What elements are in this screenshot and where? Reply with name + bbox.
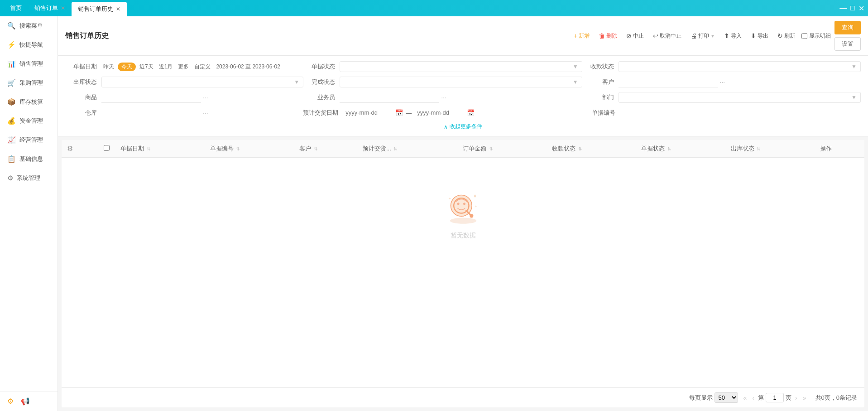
- last-page-btn[interactable]: »: [801, 393, 808, 402]
- out-status-select[interactable]: ▼: [101, 77, 303, 87]
- sidebar-item-search-menu[interactable]: 🔍 搜索菜单: [0, 16, 58, 35]
- display-toggle-checkbox[interactable]: [801, 33, 807, 39]
- tab-sales-order-history-close[interactable]: ✕: [116, 6, 120, 12]
- svg-point-0: [450, 218, 476, 224]
- sidebar-speaker-icon[interactable]: 📢: [21, 397, 30, 406]
- sort-doc-status-icon: ⇅: [667, 146, 671, 151]
- filter-area: 单据日期 昨天 今天 近7天 近1月 更多 自定义 2023-06-02 至 2…: [58, 56, 868, 136]
- table-area: ⚙ 单据日期 ⇅ 单据编号 ⇅ 客户: [62, 140, 864, 407]
- salesperson-dots-icon[interactable]: ···: [441, 94, 446, 101]
- export-button[interactable]: ⬇ 导出: [748, 30, 771, 42]
- doc-no-input[interactable]: [620, 107, 861, 118]
- tab-home[interactable]: 首页: [4, 0, 28, 16]
- customer-dots-icon[interactable]: ···: [720, 78, 725, 86]
- new-icon: +: [574, 32, 577, 39]
- delete-button[interactable]: 🗑 删除: [596, 30, 620, 42]
- doc-status-control: ▼: [340, 61, 582, 72]
- warehouse-label: 仓库: [65, 109, 101, 117]
- sidebar-item-sys-mgmt[interactable]: ⚙ 系统管理: [0, 169, 58, 188]
- th-settings[interactable]: ⚙: [62, 140, 98, 158]
- date-from-input[interactable]: [343, 107, 393, 118]
- close-btn[interactable]: ✕: [858, 4, 864, 13]
- sidebar-item-sales-mgmt[interactable]: 📊 销售管理: [0, 54, 58, 73]
- out-status-control: ▼: [101, 77, 303, 87]
- setting-button[interactable]: 设置: [834, 37, 861, 51]
- new-button[interactable]: + 新增: [571, 30, 592, 42]
- warehouse-dots-icon[interactable]: ···: [203, 109, 208, 116]
- sort-order-amount-icon: ⇅: [489, 146, 493, 151]
- select-all-checkbox[interactable]: [104, 145, 110, 151]
- tab-sales-order[interactable]: 销售订单 ✕: [28, 0, 72, 16]
- prev-page-btn[interactable]: ‹: [750, 393, 756, 402]
- table-header-row: ⚙ 单据日期 ⇅ 单据编号 ⇅ 客户: [62, 140, 864, 158]
- total-info: 共0页，0条记录: [815, 394, 857, 402]
- date-7days[interactable]: 近7天: [138, 63, 155, 71]
- warehouse-control: ···: [101, 107, 302, 118]
- stop-button[interactable]: ⊘ 中止: [623, 30, 647, 42]
- minimize-btn[interactable]: —: [839, 4, 847, 12]
- finance-icon: 💰: [7, 117, 16, 125]
- th-expected-date[interactable]: 预计交货... ⇅: [357, 140, 457, 158]
- sidebar-item-purchase-mgmt[interactable]: 🛒 采购管理: [0, 73, 58, 92]
- th-customer[interactable]: 客户 ⇅: [294, 140, 357, 158]
- dept-select[interactable]: ▼: [619, 92, 861, 103]
- out-status-label: 出库状态: [65, 78, 101, 86]
- content-area: 销售订单历史 + 新增 🗑 删除 ⊘ 中止 ↩ 取消中止: [58, 16, 868, 411]
- product-input[interactable]: [101, 92, 201, 103]
- page-number-input[interactable]: [766, 393, 784, 402]
- date-1month[interactable]: 近1月: [157, 63, 175, 71]
- sidebar-bottom: ⚙ 📢: [0, 391, 58, 411]
- doc-status-select[interactable]: ▼: [340, 61, 582, 72]
- print-button[interactable]: 🖨 打印 ▼: [688, 30, 718, 42]
- sidebar-item-quick-nav[interactable]: ⚡ 快捷导航: [0, 35, 58, 54]
- receipt-status-select[interactable]: ▼: [619, 61, 861, 72]
- product-dots-icon[interactable]: ···: [203, 94, 208, 101]
- query-button[interactable]: 查询: [834, 21, 861, 34]
- th-out-status[interactable]: 出库状态 ⇅: [725, 140, 815, 158]
- th-doc-status[interactable]: 单据状态 ⇅: [636, 140, 725, 158]
- dept-arrow-icon: ▼: [851, 94, 857, 101]
- refresh-button[interactable]: ↻ 刷新: [775, 30, 798, 42]
- tab-sales-order-close[interactable]: ✕: [61, 5, 65, 11]
- collapse-button[interactable]: ∧ 收起更多条件: [65, 123, 861, 131]
- sidebar-settings-icon[interactable]: ⚙: [7, 397, 14, 406]
- complete-status-label: 完成状态: [303, 78, 340, 86]
- page-nav: « ‹ 第 页 › »: [742, 393, 808, 402]
- receipt-status-label: 收款状态: [582, 63, 619, 71]
- date-today[interactable]: 今天: [118, 63, 136, 71]
- page-size-select[interactable]: 10 20 50 100: [715, 392, 738, 403]
- next-page-btn[interactable]: ›: [793, 393, 799, 402]
- complete-status-select[interactable]: ▼: [340, 77, 582, 87]
- date-more[interactable]: 更多: [176, 63, 191, 71]
- warehouse-input[interactable]: [101, 107, 201, 118]
- date-tags: 昨天 今天 近7天 近1月 更多 自定义: [101, 63, 212, 71]
- sort-expected-date-icon: ⇅: [393, 146, 397, 151]
- import-button[interactable]: ⬆ 导入: [721, 30, 744, 42]
- date-custom[interactable]: 自定义: [192, 63, 212, 71]
- sys-mgmt-icon: ⚙: [7, 174, 13, 182]
- maximize-btn[interactable]: □: [850, 4, 855, 12]
- calendar-from-icon[interactable]: 📅: [395, 109, 403, 116]
- th-doc-date[interactable]: 单据日期 ⇅: [115, 140, 204, 158]
- sort-out-status-icon: ⇅: [757, 146, 760, 151]
- sort-receipt-status-icon: ⇅: [578, 146, 582, 151]
- sidebar-item-finance[interactable]: 💰 资金管理: [0, 111, 58, 131]
- sidebar-item-base-info[interactable]: 📋 基础信息: [0, 150, 58, 169]
- tab-sales-order-history[interactable]: 销售订单历史 ✕: [72, 2, 127, 16]
- salesperson-input[interactable]: [340, 92, 439, 103]
- first-page-btn[interactable]: «: [742, 393, 749, 402]
- th-receipt-status[interactable]: 收款状态 ⇅: [547, 140, 636, 158]
- page-label: 第: [758, 394, 764, 402]
- sidebar-item-operations[interactable]: 📈 经营管理: [0, 131, 58, 150]
- sidebar-item-inventory[interactable]: 📦 库存核算: [0, 92, 58, 111]
- th-order-amount[interactable]: 订单金额 ⇅: [457, 140, 547, 158]
- calendar-to-icon[interactable]: 📅: [467, 109, 475, 116]
- expected-date-control: 📅 — 📅: [343, 107, 584, 118]
- cancel-stop-button[interactable]: ↩ 取消中止: [650, 30, 684, 42]
- date-to-input[interactable]: [414, 107, 464, 118]
- receipt-status-arrow-icon: ▼: [851, 63, 857, 70]
- date-yesterday[interactable]: 昨天: [101, 63, 116, 71]
- th-doc-no[interactable]: 单据编号 ⇅: [205, 140, 294, 158]
- customer-input[interactable]: [619, 77, 718, 87]
- salesperson-label: 业务员: [303, 93, 340, 102]
